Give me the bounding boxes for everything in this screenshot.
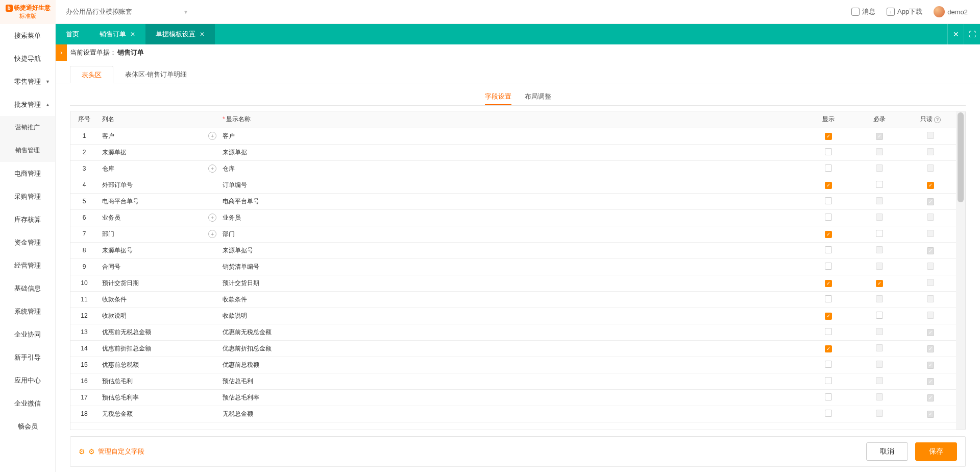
- cancel-button[interactable]: 取消: [866, 442, 908, 461]
- sidebar-item[interactable]: 系统管理: [0, 300, 55, 323]
- page-tabbar: 首页销售订单✕单据模板设置✕ ✕ ⛶: [56, 24, 980, 44]
- close-icon[interactable]: ✕: [130, 31, 135, 38]
- banner-collapse-button[interactable]: ›: [56, 44, 67, 61]
- save-button[interactable]: 保存: [915, 442, 957, 461]
- sidebar-item[interactable]: 基础信息: [0, 277, 55, 300]
- zone-tab[interactable]: 表体区-销售订单明细: [113, 65, 199, 83]
- checkbox[interactable]: ✓: [825, 345, 832, 352]
- logo-icon: b: [6, 5, 13, 12]
- checkbox[interactable]: ✓: [927, 182, 934, 189]
- cell-expand: +: [204, 160, 218, 177]
- cell-display-name[interactable]: 仓库: [218, 160, 803, 177]
- mode-tab[interactable]: 字段设置: [485, 89, 511, 105]
- checkbox[interactable]: [876, 230, 883, 237]
- cell-seq: 9: [70, 258, 98, 275]
- checkbox[interactable]: [825, 361, 832, 368]
- table-scrollbar[interactable]: [956, 111, 965, 430]
- mode-tab[interactable]: 布局调整: [525, 89, 551, 105]
- sidebar-item[interactable]: 搜索菜单: [0, 24, 55, 47]
- cell-seq: 1: [70, 128, 98, 144]
- cell-display-name[interactable]: 电商平台单号: [218, 193, 803, 209]
- checkbox[interactable]: ✓: [825, 133, 832, 140]
- checkbox[interactable]: [876, 312, 883, 319]
- page-tab[interactable]: 销售订单✕: [89, 24, 145, 44]
- sidebar-item[interactable]: 企业微信: [0, 392, 55, 415]
- checkbox[interactable]: [876, 181, 883, 188]
- checkbox[interactable]: ✓: [825, 182, 832, 189]
- checkbox[interactable]: ✓: [876, 280, 883, 287]
- zone-tab[interactable]: 表头区: [70, 66, 113, 83]
- cell-display-name[interactable]: 无税总金额: [218, 406, 803, 422]
- sidebar-item[interactable]: 资金管理: [0, 231, 55, 254]
- messages-button[interactable]: … 消息: [851, 7, 875, 16]
- plus-icon[interactable]: +: [208, 132, 216, 140]
- checkbox[interactable]: ✓: [825, 280, 832, 287]
- help-icon[interactable]: ?: [934, 116, 941, 123]
- cell-display-name[interactable]: 收款说明: [218, 308, 803, 324]
- checkbox[interactable]: [825, 377, 832, 384]
- cell-display-name[interactable]: 客户: [218, 128, 803, 144]
- checkbox[interactable]: [825, 246, 832, 253]
- cell-display-name[interactable]: 预计交货日期: [218, 275, 803, 291]
- plus-icon[interactable]: +: [208, 164, 216, 173]
- sidebar-item[interactable]: 企业协同: [0, 323, 55, 346]
- cell-display-name[interactable]: 业务员: [218, 209, 803, 226]
- cell-show: [803, 357, 854, 373]
- cell-display-name[interactable]: 来源单据号: [218, 242, 803, 258]
- account-selector[interactable]: 办公用品行业模拟账套 ▼: [66, 7, 188, 16]
- sidebar-item[interactable]: 快捷导航: [0, 47, 55, 70]
- checkbox: ✓: [927, 411, 934, 418]
- app-download-button[interactable]: ↓ App下载: [887, 7, 922, 16]
- checkbox[interactable]: ✓: [825, 313, 832, 320]
- cell-display-name[interactable]: 优惠前折扣总金额: [218, 340, 803, 357]
- checkbox[interactable]: ✓: [825, 231, 832, 238]
- cell-show: ✓: [803, 308, 854, 324]
- sidebar-item[interactable]: 电商管理: [0, 162, 55, 185]
- cell-display-name[interactable]: 优惠前无税总金额: [218, 324, 803, 340]
- checkbox[interactable]: [825, 410, 832, 417]
- checkbox: [876, 263, 883, 270]
- cell-display-name[interactable]: 来源单据: [218, 144, 803, 160]
- sidebar-item[interactable]: 营销推广: [0, 116, 55, 139]
- cell-name: 来源单据: [98, 144, 204, 160]
- sidebar-item[interactable]: 库存核算: [0, 208, 55, 231]
- manage-custom-fields-link[interactable]: ⚙ ⚙ 管理自定义字段: [79, 447, 144, 456]
- user-menu[interactable]: demo2: [934, 6, 968, 17]
- checkbox[interactable]: [825, 214, 832, 221]
- scrollbar-thumb[interactable]: [958, 112, 964, 202]
- checkbox[interactable]: [825, 393, 832, 400]
- checkbox[interactable]: [825, 164, 832, 172]
- plus-icon[interactable]: +: [208, 214, 216, 222]
- checkbox[interactable]: [825, 328, 832, 335]
- cell-show: [803, 242, 854, 258]
- page-tab[interactable]: 单据模板设置✕: [145, 24, 215, 44]
- checkbox[interactable]: [825, 197, 832, 204]
- cell-display-name[interactable]: 订单编号: [218, 177, 803, 193]
- cell-display-name[interactable]: 预估总毛利: [218, 373, 803, 389]
- cell-expand: [204, 373, 218, 389]
- fullscreen-button[interactable]: ⛶: [964, 24, 980, 44]
- sidebar-item[interactable]: 销售管理: [0, 139, 55, 162]
- close-icon[interactable]: ✕: [200, 31, 205, 38]
- cell-display-name[interactable]: 部门: [218, 226, 803, 242]
- sidebar-item[interactable]: 畅会员: [0, 415, 55, 438]
- cell-display-name[interactable]: 预估总毛利率: [218, 389, 803, 406]
- cell-required: [854, 340, 905, 357]
- sidebar-item[interactable]: 批发管理▲: [0, 93, 55, 116]
- sidebar-item[interactable]: 采购管理: [0, 185, 55, 208]
- cell-display-name[interactable]: 收款条件: [218, 291, 803, 308]
- page-tab[interactable]: 首页: [56, 24, 89, 44]
- cell-readonly: ✓: [905, 177, 956, 193]
- sidebar-item[interactable]: 新手引导: [0, 346, 55, 369]
- checkbox[interactable]: [825, 148, 832, 155]
- plus-icon[interactable]: +: [208, 230, 216, 238]
- sidebar-item[interactable]: 应用中心: [0, 369, 55, 392]
- cell-required: [854, 160, 905, 177]
- sidebar-item[interactable]: 零售管理▼: [0, 70, 55, 93]
- cell-display-name[interactable]: 优惠前总税额: [218, 357, 803, 373]
- sidebar-item[interactable]: 经营管理: [0, 254, 55, 277]
- cell-display-name[interactable]: 销货清单编号: [218, 258, 803, 275]
- checkbox[interactable]: [825, 295, 832, 302]
- close-all-tabs-button[interactable]: ✕: [947, 24, 964, 44]
- checkbox[interactable]: [825, 263, 832, 270]
